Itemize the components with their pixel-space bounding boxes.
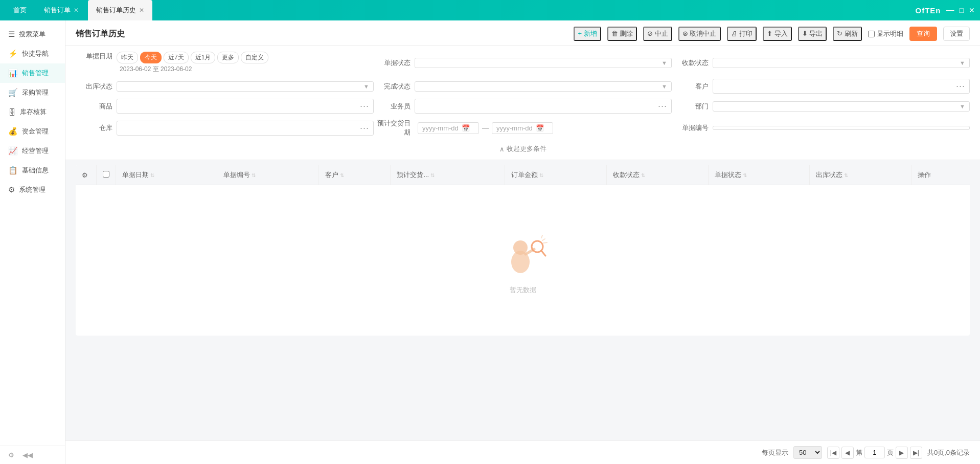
import-button[interactable]: ⬆ 导入: [763, 27, 792, 41]
col-bill-status-label: 单据状态: [715, 171, 741, 179]
date-pill-yesterday[interactable]: 昨天: [117, 52, 138, 63]
sidebar-item-system[interactable]: ⚙ 系统管理: [0, 180, 65, 200]
new-button[interactable]: + 新增: [574, 27, 601, 41]
page-title: 销售订单历史: [76, 29, 125, 39]
maximize-btn[interactable]: □: [960, 6, 964, 14]
product-input[interactable]: ···: [117, 99, 374, 114]
sidebar-item-basic-info[interactable]: 📋 基础信息: [0, 161, 65, 180]
refresh-button[interactable]: ↻ 刷新: [833, 27, 862, 41]
col-expected-date[interactable]: 预计交货...⇅: [391, 165, 505, 185]
sidebar-item-search[interactable]: ☰ 搜索菜单: [0, 25, 65, 44]
data-table: ⚙ 单据日期⇅ 单据编号⇅ 客户⇅ 预计交货...⇅ 订单金额⇅ 收款状态⇅ 单…: [76, 165, 970, 336]
col-actions-label: 操作: [918, 171, 931, 179]
col-number-sort: ⇅: [252, 172, 256, 178]
filter-row-4: 仓库 ··· 预计交货日期 yyyy-mm-dd 📅 — yyyy-mm-dd …: [76, 119, 970, 137]
date-pills: 昨天 今天 近7天 近1月 更多 自定义: [117, 52, 268, 63]
col-payment-status[interactable]: 收款状态⇅: [606, 165, 708, 185]
sidebar-item-finance[interactable]: 💰 资金管理: [0, 122, 65, 141]
date-separator: —: [482, 124, 489, 132]
per-page-select[interactable]: 50 10 20 100: [793, 446, 822, 459]
col-bill-status[interactable]: 单据状态⇅: [708, 165, 810, 185]
col-number[interactable]: 单据编号⇅: [217, 165, 319, 185]
tab-home-label: 首页: [13, 6, 27, 15]
delete-button[interactable]: 🗑 删除: [607, 27, 637, 41]
first-page-btn[interactable]: |◀: [827, 447, 839, 459]
purchase-icon: 🛒: [8, 88, 18, 97]
tab-sales-order-history-close[interactable]: ✕: [139, 7, 144, 14]
calendar-start-icon[interactable]: 📅: [462, 124, 470, 132]
date-pill-custom[interactable]: 自定义: [241, 52, 268, 63]
bill-status-select[interactable]: ▼: [415, 58, 672, 68]
col-customer[interactable]: 客户⇅: [319, 165, 391, 185]
sidebar-item-basic-info-label: 基础信息: [22, 166, 49, 175]
table-area: ⚙ 单据日期⇅ 单据编号⇅ 客户⇅ 预计交货...⇅ 订单金额⇅ 收款状态⇅ 单…: [65, 160, 980, 440]
col-checkbox[interactable]: [96, 165, 116, 185]
stop-button[interactable]: ⊘ 中止: [643, 27, 672, 41]
salesperson-input[interactable]: ···: [415, 99, 672, 114]
sidebar-item-inventory[interactable]: 🗄 库存核算: [0, 102, 65, 122]
display-cols-input[interactable]: [868, 31, 875, 37]
payment-status-label: 收款状态: [672, 58, 713, 68]
col-outbound-status[interactable]: 出库状态⇅: [810, 165, 911, 185]
prev-page-btn[interactable]: ◀: [841, 447, 854, 459]
completion-status-select[interactable]: ▼: [415, 81, 672, 92]
collapse-row[interactable]: ∧ 收起更多条件: [76, 142, 970, 153]
completion-status-label: 完成状态: [374, 82, 415, 91]
basic-info-icon: 📋: [8, 166, 18, 175]
next-page-btn[interactable]: ▶: [896, 447, 908, 459]
display-cols-checkbox[interactable]: 显示明细: [868, 29, 903, 38]
sidebar-settings-icon[interactable]: ⚙: [8, 451, 14, 459]
calendar-end-icon[interactable]: 📅: [536, 124, 544, 132]
sidebar-collapse-icon[interactable]: ◀◀: [22, 451, 33, 459]
outbound-status-select[interactable]: ▼: [117, 81, 374, 92]
warehouse-input[interactable]: ···: [117, 121, 374, 136]
page-input[interactable]: [864, 447, 885, 458]
expected-date-start[interactable]: yyyy-mm-dd 📅: [418, 122, 479, 134]
display-cols-label: 显示明细: [877, 29, 903, 38]
warehouse-filter-label: 仓库: [76, 123, 117, 132]
bill-number-input[interactable]: [713, 126, 970, 130]
page-label-post: 页: [887, 448, 894, 457]
query-button[interactable]: 查询: [909, 27, 937, 41]
sidebar-item-sales[interactable]: 📊 销售管理: [0, 63, 65, 83]
tab-sales-order-close[interactable]: ✕: [74, 7, 79, 14]
topbar-right: OfTEn — □ ✕: [916, 6, 975, 15]
col-customer-sort: ⇅: [340, 172, 344, 178]
salesperson-filter-label: 业务员: [374, 102, 415, 111]
minimize-btn[interactable]: —: [946, 6, 954, 15]
toolbar: + 新增 🗑 删除 ⊘ 中止 ⊗ 取消中止 🖨 打印 ⬆ 导入 ⬇ 导出 ↻ 刷…: [574, 27, 970, 41]
sidebar-item-purchase[interactable]: 🛒 采购管理: [0, 83, 65, 102]
col-order-amount[interactable]: 订单金额⇅: [505, 165, 606, 185]
inventory-icon: 🗄: [8, 108, 16, 117]
department-chevron: ▼: [960, 103, 965, 109]
col-date[interactable]: 单据日期⇅: [116, 165, 217, 185]
cancel-stop-button[interactable]: ⊗ 取消中止: [678, 27, 721, 41]
sidebar-item-search-label: 搜索菜单: [19, 30, 45, 39]
date-pill-1month[interactable]: 近1月: [191, 52, 216, 63]
sidebar-item-system-label: 系统管理: [19, 185, 45, 194]
close-btn[interactable]: ✕: [969, 6, 975, 14]
tab-sales-order-history[interactable]: 销售订单历史 ✕: [88, 0, 152, 20]
customer-input[interactable]: ···: [713, 79, 970, 94]
department-filter-label: 部门: [672, 102, 713, 111]
sidebar-item-operations[interactable]: 📈 经营管理: [0, 141, 65, 161]
department-select[interactable]: ▼: [713, 101, 970, 112]
date-pill-more[interactable]: 更多: [217, 52, 239, 63]
tab-sales-order[interactable]: 销售订单 ✕: [36, 0, 87, 20]
last-page-btn[interactable]: ▶|: [910, 447, 922, 459]
col-expected-date-label: 预计交货...: [397, 171, 429, 179]
settings-button[interactable]: 设置: [943, 27, 970, 41]
export-button[interactable]: ⬇ 导出: [798, 27, 827, 41]
select-all-checkbox[interactable]: [103, 171, 109, 178]
svg-line-6: [543, 242, 547, 243]
operations-icon: 📈: [8, 146, 18, 156]
payment-status-select[interactable]: ▼: [713, 58, 970, 68]
print-button[interactable]: 🖨 打印: [727, 27, 757, 41]
date-pill-today[interactable]: 今天: [140, 52, 162, 63]
date-pill-7days[interactable]: 近7天: [164, 52, 189, 63]
col-bill-status-sort: ⇅: [743, 172, 747, 178]
tab-home[interactable]: 首页: [5, 0, 35, 20]
sidebar-item-quick-nav[interactable]: ⚡ 快捷导航: [0, 44, 65, 63]
expected-date-end[interactable]: yyyy-mm-dd 📅: [492, 122, 553, 134]
col-settings[interactable]: ⚙: [76, 165, 96, 185]
